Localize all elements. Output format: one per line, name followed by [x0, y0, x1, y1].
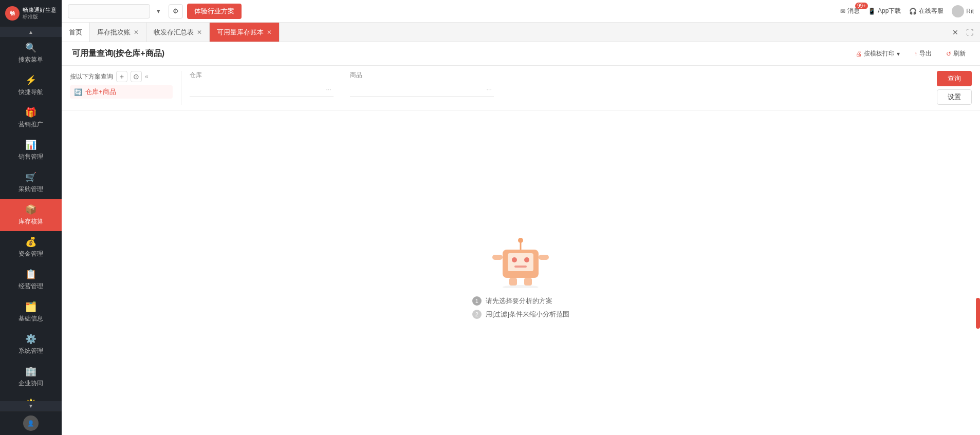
message-button[interactable]: ✉ 消息 99+ [840, 7, 860, 15]
sidebar-item-enterprise[interactable]: 🏢 企业协同 [0, 361, 62, 393]
inventory-icon: 📦 [25, 204, 36, 215]
filter-condition-goods: 商品 ··· [350, 71, 494, 97]
search-dropdown-button[interactable]: ▾ [152, 5, 164, 17]
tab-batchledger-label: 库存批次账 [97, 28, 131, 37]
sidebar-item-label: 经营管理 [19, 282, 43, 291]
sidebar-item-label: 营销推广 [19, 120, 43, 129]
topbar: ▾ ⚙ 体验行业方案 ✉ 消息 99+ 📱 App下载 🎧 在线客服 Rit [62, 0, 980, 23]
tab-summary[interactable]: 收发存汇总表 ✕ [146, 23, 210, 42]
search-input[interactable] [68, 4, 150, 18]
tab-expand-button[interactable]: ⛶ [964, 26, 976, 39]
sidebar-item-label: 搜索菜单 [19, 55, 43, 64]
filter-scheme-text: 按以下方案查询 [70, 72, 113, 81]
gear-button[interactable]: ⚙ [169, 4, 183, 18]
tab-available-close[interactable]: ✕ [267, 29, 272, 36]
tip-text-2: 用[过滤]条件来缩小分析范围 [486, 310, 569, 319]
tab-batchledger-close[interactable]: ✕ [134, 29, 139, 36]
online-service-button[interactable]: 🎧 在线客服 [909, 7, 944, 15]
tip-num-1: 1 [472, 296, 482, 306]
sales-icon: 📊 [25, 139, 36, 150]
tab-available[interactable]: 可用量库存账本 ✕ [210, 23, 280, 42]
page-header: 可用量查询(按仓库+商品) 🖨 按模板打印 ▾ ↑ 导出 ↺ 刷新 [62, 42, 980, 66]
sidebar-item-newbie[interactable]: 🌟 新手引导 [0, 393, 62, 401]
filter-divider [181, 71, 181, 105]
sidebar-bottom: 👤 [0, 411, 62, 435]
page-title: 可用量查询(按仓库+商品) [72, 48, 164, 59]
sidebar-scroll-down[interactable]: ▼ [0, 401, 62, 411]
warehouse-label: 仓库 [190, 71, 334, 80]
content-area: 1 请先选择要分析的方案 2 用[过滤]条件来缩小分析范围 [62, 110, 980, 435]
tab-summary-close[interactable]: ✕ [197, 29, 202, 36]
sidebar-item-basic[interactable]: 🗂️ 基础信息 [0, 296, 62, 328]
service-icon: 🎧 [909, 8, 917, 15]
sidebar-item-label: 基础信息 [19, 314, 43, 323]
setting-button[interactable]: 设置 [937, 89, 972, 105]
filter-conditions: 仓库 ··· 商品 ··· [190, 71, 929, 97]
svg-rect-7 [492, 255, 503, 260]
tab-batchledger[interactable]: 库存批次账 ✕ [90, 23, 146, 42]
goods-input[interactable]: ··· [350, 82, 494, 97]
query-button[interactable]: 查询 [937, 71, 972, 86]
svg-point-3 [524, 257, 529, 262]
sidebar-item-label: 采购管理 [19, 185, 43, 194]
tab-summary-label: 收发存汇总表 [154, 28, 194, 37]
tabbar-actions: ✕ ⛶ [945, 23, 980, 42]
refresh-button[interactable]: ↺ 刷新 [942, 47, 970, 60]
app-icon: 📱 [868, 8, 876, 15]
sidebar-item-label: 快捷导航 [19, 88, 43, 97]
app-download-button[interactable]: 📱 App下载 [868, 7, 901, 15]
filter-condition-warehouse: 仓库 ··· [190, 71, 334, 97]
svg-point-2 [512, 257, 517, 262]
sidebar-item-search[interactable]: 🔍 搜索菜单 [0, 37, 62, 69]
filter-setting-button[interactable]: ⊙ [131, 71, 142, 82]
empty-robot-svg [490, 226, 551, 288]
user-name: Rit [966, 8, 974, 15]
print-button[interactable]: 🖨 按模板打印 ▾ [852, 47, 904, 60]
sidebar-item-quicknav[interactable]: ⚡ 快捷导航 [0, 69, 62, 102]
warehouse-input[interactable]: ··· [190, 82, 334, 97]
tab-home[interactable]: 首页 [62, 23, 90, 42]
user-menu-button[interactable]: Rit [952, 5, 974, 17]
tab-close-all-button[interactable]: ✕ [949, 26, 961, 39]
right-scrollbar[interactable] [976, 298, 980, 329]
scheme-icon: 🔄 [74, 88, 82, 96]
sidebar-item-label: 库存核算 [19, 217, 43, 226]
sidebar-scroll-up[interactable]: ▲ [0, 27, 62, 37]
svg-rect-1 [508, 253, 533, 271]
empty-tip-2: 2 用[过滤]条件来缩小分析范围 [472, 310, 569, 319]
sidebar-item-inventory[interactable]: 📦 库存核算 [0, 199, 62, 231]
sidebar-item-sales[interactable]: 📊 销售管理 [0, 134, 62, 166]
filter-right-actions: 查询 设置 [937, 71, 972, 105]
sidebar-item-label: 销售管理 [19, 153, 43, 161]
sidebar-item-system[interactable]: ⚙️ 系统管理 [0, 328, 62, 361]
sidebar: 畅 畅康通好生意 标准版 ▲ 🔍 搜索菜单 ⚡ 快捷导航 🎁 营销推广 📊 销售… [0, 0, 62, 435]
tab-home-label: 首页 [69, 28, 82, 37]
empty-tip-1: 1 请先选择要分析的方案 [472, 296, 569, 306]
search-icon: 🔍 [25, 42, 36, 53]
filter-collapse-button[interactable]: « [145, 73, 149, 80]
tip-num-2: 2 [472, 310, 482, 319]
filter-scheme-item-warehouse-goods[interactable]: 🔄 仓库+商品 [70, 85, 173, 99]
tabbar: 首页 库存批次账 ✕ 收发存汇总表 ✕ 可用量库存账本 ✕ ✕ ⛶ [62, 23, 980, 42]
export-icon: ↑ [914, 50, 917, 58]
sidebar-item-finance[interactable]: 💰 资金管理 [0, 231, 62, 263]
topbar-search-area: ▾ [68, 4, 164, 18]
goods-label: 商品 [350, 71, 494, 80]
avatar[interactable]: 👤 [23, 415, 39, 431]
marketing-icon: 🎁 [25, 107, 36, 118]
user-avatar [952, 5, 964, 17]
export-label: 导出 [919, 49, 932, 58]
industry-solution-button[interactable]: 体验行业方案 [187, 4, 242, 19]
filter-add-button[interactable]: + [116, 71, 127, 82]
enterprise-icon: 🏢 [25, 366, 36, 377]
export-button[interactable]: ↑ 导出 [910, 47, 936, 60]
sidebar-item-operation[interactable]: 📋 经营管理 [0, 263, 62, 296]
empty-illustration [490, 226, 551, 288]
warehouse-more-icon: ··· [326, 85, 331, 93]
sidebar-item-purchase[interactable]: 🛒 采购管理 [0, 166, 62, 199]
svg-rect-4 [514, 266, 527, 268]
sidebar-item-label: 企业协同 [19, 379, 43, 388]
svg-rect-8 [539, 255, 549, 260]
refresh-label: 刷新 [953, 49, 966, 58]
sidebar-item-marketing[interactable]: 🎁 营销推广 [0, 102, 62, 134]
